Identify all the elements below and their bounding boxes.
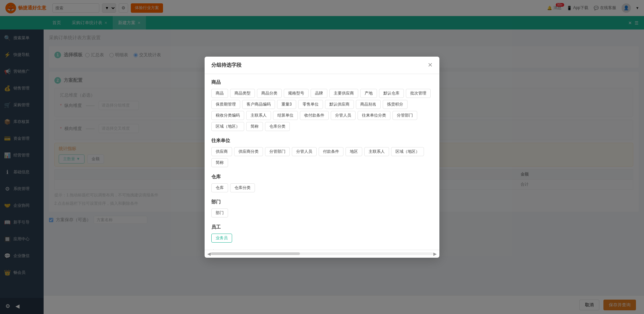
field-tag-main-supplier[interactable]: 主要供应商 [329, 89, 358, 98]
modal-footer: ◀ ▶ [205, 250, 439, 258]
field-tag-alias[interactable]: 商品别名 [356, 100, 381, 109]
field-tag-manager[interactable]: 分管人员 [331, 111, 356, 120]
field-group-warehouse-title: 仓库 [211, 174, 433, 180]
modal-close-button[interactable]: ✕ [428, 62, 433, 68]
field-group-goods-title: 商品 [211, 79, 433, 85]
modal: 分组待选字段 ✕ 商品 商品 商品类型 商品分类 规格型号 品牌 主要供应商 产… [205, 57, 439, 258]
field-tag-default-sup[interactable]: 默认供应商 [325, 100, 354, 109]
field-tag-manage-staff[interactable]: 分管人员 [292, 147, 317, 156]
field-tag-supplier-cat[interactable]: 供应商分类 [234, 147, 263, 156]
field-tag-settle-unit[interactable]: 结算单位 [273, 111, 298, 120]
field-tag-warehouse-cat[interactable]: 仓库分类 [230, 183, 255, 192]
field-group-partner: 往来单位 供应商 供应商分类 分管部门 分管人员 付款条件 地区 主联系人 区域… [211, 138, 433, 167]
field-tag-payment-cond[interactable]: 收付款条件 [300, 111, 329, 120]
h-scroll-thumb [211, 252, 300, 255]
field-tag-cust-code[interactable]: 客户商品编码 [242, 100, 275, 109]
field-tag-expiry[interactable]: 保质期管理 [211, 100, 240, 109]
field-tag-pick-pts[interactable]: 拣货积分 [383, 100, 408, 109]
field-tag-goods-cat[interactable]: 商品分类 [257, 89, 282, 98]
field-tag-default-wh[interactable]: 默认仓库 [379, 89, 404, 98]
field-group-warehouse: 仓库 仓库 仓库分类 [211, 174, 433, 192]
field-tag-weight[interactable]: 重量3 [277, 100, 296, 109]
field-group-goods: 商品 商品 商品类型 商品分类 规格型号 品牌 主要供应商 产地 默认仓库 批次… [211, 79, 433, 131]
field-tag-warehouse[interactable]: 仓库 [211, 183, 228, 192]
field-group-employee: 员工 业务员 [211, 224, 433, 243]
field-tag-short-name[interactable]: 简称 [246, 122, 263, 131]
field-tags-warehouse: 仓库 仓库分类 [211, 183, 433, 192]
field-tag-retail-unit[interactable]: 零售单位 [298, 100, 323, 109]
field-tag-origin[interactable]: 产地 [360, 89, 377, 98]
field-tags-employee: 业务员 [211, 234, 433, 243]
field-tags-partner: 供应商 供应商分类 分管部门 分管人员 付款条件 地区 主联系人 区域（地区） … [211, 147, 433, 167]
modal-title: 分组待选字段 [211, 62, 241, 68]
field-tag-batch[interactable]: 批次管理 [406, 89, 431, 98]
field-tag-brand[interactable]: 品牌 [311, 89, 327, 98]
field-tags-dept: 部门 [211, 208, 433, 217]
field-tag-tax-code[interactable]: 税收分类编码 [211, 111, 244, 120]
field-tag-partner-cat[interactable]: 往来单位分类 [358, 111, 390, 120]
field-tag-department[interactable]: 部门 [211, 208, 228, 217]
modal-overlay: 分组待选字段 ✕ 商品 商品 商品类型 商品分类 规格型号 品牌 主要供应商 产… [0, 0, 644, 314]
field-tag-abbrev[interactable]: 简称 [211, 158, 228, 167]
horizontal-scrollbar[interactable] [211, 252, 433, 255]
field-tag-salesperson[interactable]: 业务员 [211, 234, 232, 243]
field-tag-spec[interactable]: 规格型号 [284, 89, 309, 98]
scroll-right-arrow[interactable]: ▶ [433, 251, 437, 256]
field-tag-main-contact[interactable]: 主联系人 [246, 111, 271, 120]
field-tag-wh-cat[interactable]: 仓库分类 [265, 122, 290, 131]
field-tags-goods: 商品 商品类型 商品分类 规格型号 品牌 主要供应商 产地 默认仓库 批次管理 … [211, 89, 433, 131]
field-tag-region2[interactable]: 区域（地区） [391, 147, 424, 156]
field-group-dept-title: 部门 [211, 199, 433, 205]
modal-body: 商品 商品 商品类型 商品分类 规格型号 品牌 主要供应商 产地 默认仓库 批次… [205, 74, 439, 250]
field-tag-area[interactable]: 地区 [345, 147, 362, 156]
field-tag-dept[interactable]: 分管部门 [392, 111, 417, 120]
modal-header: 分组待选字段 ✕ [205, 57, 439, 74]
scroll-left-arrow[interactable]: ◀ [207, 251, 211, 256]
field-tag-supplier[interactable]: 供应商 [211, 147, 232, 156]
field-tag-pay-cond[interactable]: 付款条件 [319, 147, 343, 156]
field-group-partner-title: 往来单位 [211, 138, 433, 144]
field-tag-goods[interactable]: 商品 [211, 89, 228, 98]
field-tag-manage-dept[interactable]: 分管部门 [265, 147, 290, 156]
field-group-employee-title: 员工 [211, 224, 433, 230]
field-tag-region[interactable]: 区域（地区） [211, 122, 244, 131]
field-tag-goods-type[interactable]: 商品类型 [230, 89, 255, 98]
field-group-dept: 部门 部门 [211, 199, 433, 217]
field-tag-contact[interactable]: 主联系人 [364, 147, 389, 156]
